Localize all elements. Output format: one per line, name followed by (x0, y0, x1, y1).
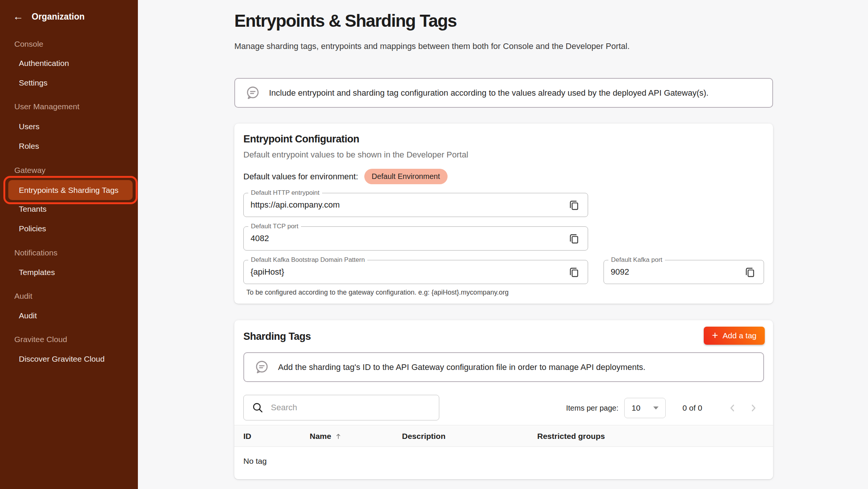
sidebar-active-label: Entrypoints & Sharding Tags (19, 186, 119, 195)
copy-icon[interactable] (567, 231, 582, 246)
sidebar-section-gateway: Gateway (0, 164, 138, 176)
tcp-port-input[interactable] (251, 227, 561, 250)
sidebar: ← Organization Console Authentication Se… (0, 0, 138, 489)
http-entrypoint-input[interactable] (251, 193, 561, 217)
sidebar-item-tenants[interactable]: Tenants (0, 203, 138, 215)
sidebar-section-audit: Audit (0, 290, 138, 302)
kafka-domain-hint: To be configured according to the gatewa… (246, 289, 509, 296)
sidebar-section-user-management: User Management (0, 101, 138, 113)
entrypoint-config-title: Entrypoint Configuration (243, 133, 359, 145)
previous-page-button[interactable] (722, 397, 743, 419)
environment-row: Default values for environment: Default … (243, 169, 448, 184)
sharding-info-banner: Add the sharding tag's ID to the API Gat… (243, 352, 764, 382)
sidebar-section-notifications: Notifications (0, 247, 138, 259)
search-input[interactable] (271, 403, 431, 413)
copy-icon[interactable] (567, 197, 582, 212)
sidebar-item-templates[interactable]: Templates (0, 266, 138, 278)
http-entrypoint-field: Default HTTP entrypoint (243, 193, 588, 217)
column-header-description: Description (402, 425, 446, 447)
back-arrow-icon[interactable]: ← (13, 11, 23, 23)
column-header-name-label: Name (310, 425, 331, 447)
search-box (243, 395, 439, 420)
chevron-left-icon (727, 402, 738, 414)
items-per-page-select[interactable]: 10 (624, 398, 666, 418)
sidebar-item-users[interactable]: Users (0, 121, 138, 133)
sidebar-section-console: Console (0, 38, 138, 50)
sidebar-header: ← Organization (0, 11, 138, 23)
column-header-id: ID (243, 425, 251, 447)
environment-label: Default values for environment: (243, 172, 358, 182)
page-title: Entrypoints & Sharding Tags (234, 11, 457, 31)
page-range-label: 0 of 0 (682, 403, 702, 413)
copy-icon[interactable] (567, 264, 582, 280)
search-icon (251, 401, 264, 414)
sidebar-section-gravitee-cloud: Gravitee Cloud (0, 333, 138, 345)
next-page-button[interactable] (743, 397, 764, 419)
kafka-port-input[interactable] (611, 260, 737, 284)
plus-icon: + (712, 330, 718, 341)
sharding-tags-card: Sharding Tags + Add a tag Add the shardi… (234, 320, 773, 479)
info-banner-text: Include entrypoint and sharding tag conf… (269, 88, 709, 98)
column-header-name[interactable]: Name (310, 425, 342, 447)
app-root: ← Organization Console Authentication Se… (0, 0, 868, 489)
chevron-right-icon (748, 402, 759, 414)
environment-badge: Default Environment (364, 169, 448, 184)
page-subtitle: Manage sharding tags, entrypoints and ma… (234, 41, 630, 51)
column-header-restricted-groups: Restricted groups (537, 425, 605, 447)
copy-icon[interactable] (743, 264, 758, 280)
kafka-domain-field: Default Kafka Bootstrap Domain Pattern (243, 260, 588, 284)
sort-ascending-icon (334, 432, 342, 440)
info-banner: Include entrypoint and sharding tag conf… (234, 78, 773, 108)
entrypoint-config-subtitle: Default entrypoint values to be shown in… (243, 150, 468, 160)
sidebar-item-settings[interactable]: Settings (0, 77, 138, 89)
items-per-page-value: 10 (631, 403, 640, 413)
table-empty-row: No tag (243, 457, 267, 466)
sidebar-item-audit[interactable]: Audit (0, 310, 138, 322)
paginator: Items per page: 10 0 of 0 (566, 397, 764, 419)
sidebar-title: Organization (32, 11, 85, 23)
items-per-page-label: Items per page: (566, 404, 618, 413)
sidebar-item-discover-gravitee-cloud[interactable]: Discover Gravitee Cloud (0, 353, 138, 365)
sharding-info-banner-text: Add the sharding tag's ID to the API Gat… (278, 362, 645, 372)
sidebar-item-authentication[interactable]: Authentication (0, 57, 138, 69)
sidebar-item-roles[interactable]: Roles (0, 140, 138, 152)
sidebar-item-policies[interactable]: Policies (0, 223, 138, 235)
kafka-domain-input[interactable] (251, 260, 561, 284)
sidebar-item-entrypoints-sharding-tags[interactable]: Entrypoints & Sharding Tags (8, 180, 133, 200)
message-bubble-icon (254, 359, 270, 375)
kafka-port-field: Default Kafka port (604, 260, 764, 284)
message-bubble-icon (245, 85, 261, 101)
entrypoint-configuration-card: Entrypoint Configuration Default entrypo… (234, 124, 773, 304)
chevron-down-icon (653, 406, 659, 410)
add-tag-button[interactable]: + Add a tag (704, 327, 765, 345)
table-header: ID Name Description Restricted groups (234, 425, 773, 447)
tcp-port-field: Default TCP port (243, 226, 588, 251)
add-tag-label: Add a tag (723, 331, 756, 340)
sharding-tags-title: Sharding Tags (243, 331, 311, 342)
main-content: Entrypoints & Sharding Tags Manage shard… (138, 0, 868, 489)
